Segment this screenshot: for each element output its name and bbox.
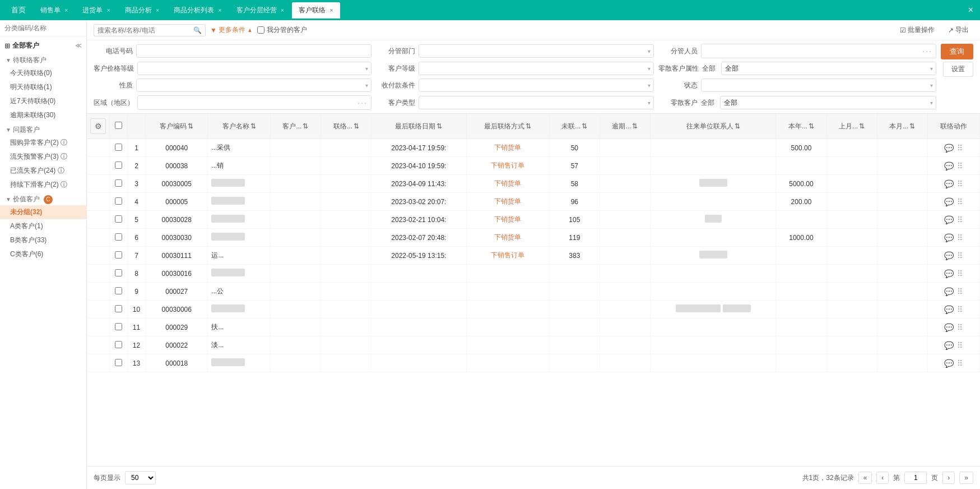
more-action-icon[interactable]: ⠿ bbox=[957, 144, 963, 153]
col-type[interactable]: 客户... ⇅ bbox=[270, 114, 321, 139]
nav-sales[interactable]: 销售单 × bbox=[34, 2, 75, 19]
more-action-icon[interactable]: ⠿ bbox=[957, 287, 963, 296]
close-analysis-tab[interactable]: × bbox=[156, 7, 159, 13]
close-customer-contact-tab[interactable]: × bbox=[329, 7, 333, 13]
pending-contact-group[interactable]: ▼ 待联络客户 bbox=[0, 53, 86, 66]
row-checkbox[interactable] bbox=[115, 305, 122, 312]
customer-type-select[interactable] bbox=[419, 96, 654, 109]
payment-select[interactable] bbox=[419, 79, 654, 92]
nav-customer-contact[interactable]: 客户联络 × bbox=[292, 2, 340, 19]
more-action-icon[interactable]: ⠿ bbox=[957, 359, 963, 368]
nav-purchase[interactable]: 进货单 × bbox=[76, 2, 117, 19]
sidebar-item-churn-warning[interactable]: 流失预警客户(3) ⓘ bbox=[0, 150, 86, 164]
cell-last-contact-type[interactable]: 下销货单 bbox=[466, 229, 549, 247]
sidebar-item-class-b[interactable]: B类客户(33) bbox=[0, 233, 86, 247]
col-settings[interactable]: ⚙ bbox=[87, 114, 110, 139]
col-this-month[interactable]: 本月... ⇅ bbox=[877, 114, 927, 139]
contact-icon[interactable]: 💬 bbox=[944, 144, 954, 153]
close-analysis-list-tab[interactable]: × bbox=[218, 7, 221, 13]
contact-icon[interactable]: 💬 bbox=[944, 323, 954, 332]
col-uncontacted[interactable]: 未联... ⇅ bbox=[549, 114, 600, 139]
retail-attr-select[interactable]: 全部 bbox=[721, 62, 936, 75]
col-overdue[interactable]: 逾期... ⇅ bbox=[600, 114, 650, 139]
more-action-icon[interactable]: ⠿ bbox=[957, 305, 963, 314]
cell-last-contact-type[interactable]: 下销货单 bbox=[466, 175, 549, 193]
search-icon[interactable]: 🔍 bbox=[193, 26, 202, 34]
contact-icon[interactable]: 💬 bbox=[944, 179, 954, 188]
my-customers-check[interactable] bbox=[257, 26, 264, 34]
manager-dots[interactable]: ··· bbox=[922, 47, 932, 56]
row-checkbox[interactable] bbox=[115, 162, 122, 169]
close-customer-tier-tab[interactable]: × bbox=[281, 7, 284, 13]
col-contact[interactable]: 联络... ⇅ bbox=[321, 114, 371, 139]
contact-icon[interactable]: 💬 bbox=[944, 251, 954, 260]
row-checkbox[interactable] bbox=[115, 341, 122, 348]
cell-last-contact-type[interactable]: 下销货单 bbox=[466, 139, 549, 157]
row-checkbox[interactable] bbox=[115, 179, 122, 187]
more-action-icon[interactable]: ⠿ bbox=[957, 215, 963, 224]
row-checkbox[interactable] bbox=[115, 323, 122, 330]
nav-customer-tier[interactable]: 客户分层经营 × bbox=[230, 2, 291, 19]
close-sales-tab[interactable]: × bbox=[64, 7, 68, 13]
batch-ops-btn[interactable]: ☑ 批量操作 bbox=[895, 24, 939, 36]
export-btn[interactable]: ↗ 导出 bbox=[944, 24, 973, 36]
problem-customers-group[interactable]: ▼ 问题客户 bbox=[0, 122, 86, 136]
col-last-contact-date[interactable]: 最后联络日期 ⇅ bbox=[371, 114, 467, 139]
contact-icon[interactable]: 💬 bbox=[944, 287, 954, 296]
row-checkbox[interactable] bbox=[115, 215, 122, 223]
more-action-icon[interactable]: ⠿ bbox=[957, 179, 963, 188]
contact-icon[interactable]: 💬 bbox=[944, 162, 954, 170]
more-action-icon[interactable]: ⠿ bbox=[957, 341, 963, 350]
nature-select[interactable] bbox=[136, 79, 371, 92]
phone-input[interactable] bbox=[136, 44, 371, 58]
search-input[interactable] bbox=[97, 26, 191, 34]
row-checkbox[interactable] bbox=[115, 144, 122, 151]
nav-analysis[interactable]: 商品分析 × bbox=[118, 2, 166, 19]
contact-icon[interactable]: 💬 bbox=[944, 341, 954, 350]
nav-home[interactable]: 首页 bbox=[4, 2, 32, 19]
contact-icon[interactable]: 💬 bbox=[944, 197, 954, 206]
row-checkbox[interactable] bbox=[115, 197, 122, 205]
contact-icon[interactable]: 💬 bbox=[944, 359, 954, 368]
col-name[interactable]: 客户名称 ⇅ bbox=[208, 114, 270, 139]
collapse-sidebar-icon[interactable]: ≪ bbox=[75, 42, 82, 49]
contact-icon[interactable]: 💬 bbox=[944, 215, 954, 224]
cell-last-contact-type[interactable] bbox=[466, 319, 549, 336]
nav-analysis-list[interactable]: 商品分析列表 × bbox=[167, 2, 228, 19]
sidebar-item-class-c[interactable]: C类客户(6) bbox=[0, 247, 86, 261]
cell-last-contact-type[interactable]: 下销货单 bbox=[466, 193, 549, 211]
row-checkbox[interactable] bbox=[115, 359, 122, 366]
reset-button[interactable]: 设置 bbox=[943, 62, 973, 77]
customer-tier-select[interactable] bbox=[419, 62, 654, 75]
sidebar-item-tomorrow[interactable]: 明天待联络(1) bbox=[0, 80, 86, 94]
region-dots[interactable]: ··· bbox=[357, 98, 368, 107]
sidebar-item-overdue[interactable]: 逾期未联络(30) bbox=[0, 108, 86, 122]
select-all-checkbox[interactable] bbox=[115, 122, 122, 129]
cell-last-contact-type[interactable] bbox=[466, 301, 549, 319]
my-customers-checkbox[interactable]: 我分管的客户 bbox=[257, 25, 307, 35]
col-last-contact-type[interactable]: 最后联络方式 ⇅ bbox=[466, 114, 549, 139]
more-conditions-btn[interactable]: ▼ 更多条件 ▲ bbox=[210, 25, 253, 35]
window-close-button[interactable]: × bbox=[966, 3, 976, 17]
price-tier-select[interactable] bbox=[137, 62, 371, 75]
contact-icon[interactable]: 💬 bbox=[944, 305, 954, 314]
cell-last-contact-type[interactable] bbox=[466, 283, 549, 301]
sidebar-item-churned[interactable]: 已流失客户(24) ⓘ bbox=[0, 164, 86, 178]
sidebar-item-hoarding[interactable]: 囤购异常客户(2) ⓘ bbox=[0, 136, 86, 150]
sidebar-item-ungrouped[interactable]: 未分组(32) bbox=[0, 205, 86, 219]
contact-icon[interactable]: 💬 bbox=[944, 233, 954, 242]
more-action-icon[interactable]: ⠿ bbox=[957, 162, 963, 170]
more-action-icon[interactable]: ⠿ bbox=[957, 251, 963, 260]
cell-last-contact-type[interactable] bbox=[466, 265, 549, 283]
status-select[interactable] bbox=[701, 79, 936, 92]
more-action-icon[interactable]: ⠿ bbox=[957, 233, 963, 242]
last-page-btn[interactable]: » bbox=[959, 472, 973, 484]
sidebar-item-7days[interactable]: 近7天待联络(0) bbox=[0, 94, 86, 108]
col-this-year[interactable]: 本年... ⇅ bbox=[776, 114, 826, 139]
cell-last-contact-type[interactable] bbox=[466, 336, 549, 354]
retail-customer-select[interactable]: 全部 bbox=[720, 96, 936, 109]
cell-last-contact-type[interactable]: 下销售订单 bbox=[466, 157, 549, 175]
all-customers-header[interactable]: ⊞ 全部客户 ≪ bbox=[0, 36, 86, 53]
cell-last-contact-type[interactable]: 下销货单 bbox=[466, 211, 549, 229]
dept-select[interactable] bbox=[419, 44, 654, 58]
